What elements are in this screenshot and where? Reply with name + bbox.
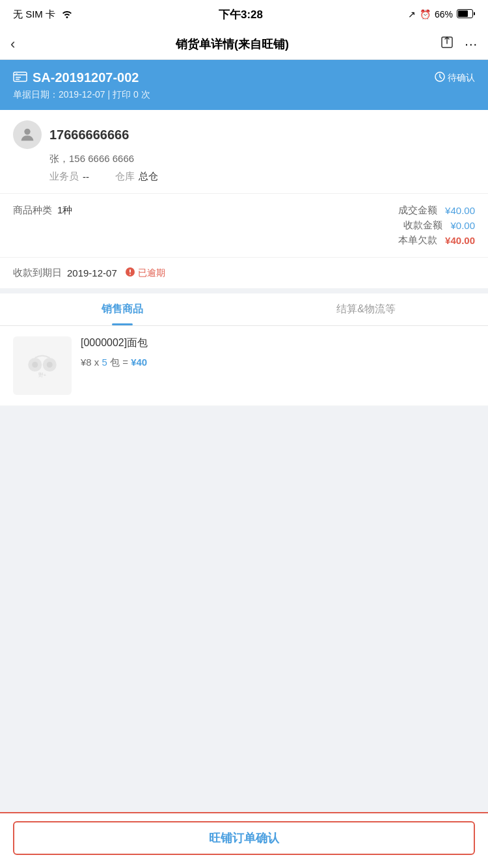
tabs: 销售商品 结算&物流等 (0, 293, 488, 326)
salesperson-label: 业务员 (49, 170, 79, 183)
clock-icon (435, 72, 445, 84)
warning-icon (125, 267, 135, 279)
svg-point-15 (47, 362, 53, 368)
svg-rect-11 (129, 274, 131, 275)
amount-section: 商品种类 1种 成交金额 ¥40.00 收款金额 ¥0.00 本单欠款 ¥40.… (0, 194, 488, 258)
due-date-section: 收款到期日 2019-12-07 已逾期 (0, 258, 488, 293)
confirm-button[interactable]: 旺铺订单确认 (13, 821, 475, 855)
page-title: 销货单详情(来自旺铺) (39, 36, 426, 52)
debt-amount-row: 本单欠款 ¥40.00 (398, 234, 475, 247)
nav-bar: ‹ 销货单详情(来自旺铺) ··· (0, 29, 488, 60)
svg-rect-10 (129, 269, 131, 273)
quantity: 5 (102, 357, 107, 368)
alarm-icon: ⏰ (420, 9, 431, 20)
unit: 包 (110, 357, 120, 368)
order-id-row: SA-20191207-002 待确认 (13, 70, 475, 85)
status-right: ↗ ⏰ 66% (408, 9, 475, 20)
svg-rect-5 (16, 77, 21, 78)
received-amount-row: 收款金额 ¥0.00 (403, 219, 475, 232)
amounts: 成交金额 ¥40.00 收款金额 ¥0.00 本单欠款 ¥40.00 (398, 204, 475, 247)
product-name: [0000002]面包 (81, 336, 475, 350)
svg-rect-1 (458, 10, 468, 17)
debt-amount-value: ¥40.00 (445, 235, 475, 246)
tab-settlement[interactable]: 结算&物流等 (244, 293, 488, 325)
customer-phone: 17666666666 (49, 128, 129, 142)
due-date-label: 收款到期日 (13, 267, 62, 279)
product-price: ¥8 x 5 包 = ¥40 (81, 357, 475, 369)
customer-section: 17666666666 张，156 6666 6666 业务员 -- 仓库 总仓 (0, 110, 488, 194)
order-id: SA-20191207-002 (13, 70, 139, 85)
svg-point-8 (24, 129, 30, 135)
price-separator: x (94, 357, 102, 368)
due-date-value: 2019-12-07 (67, 267, 117, 278)
product-types-label: 商品种类 (13, 204, 52, 217)
customer-name: 张，156 6666 6666 (49, 153, 475, 165)
order-date: 单据日期：2019-12-07 | 打印 0 次 (13, 89, 475, 101)
content-spacer (0, 406, 488, 510)
back-button[interactable]: ‹ (10, 36, 39, 53)
overdue-text: 已逾期 (138, 267, 165, 279)
product-info: [0000002]面包 ¥8 x 5 包 = ¥40 (81, 336, 475, 395)
order-header-card: SA-20191207-002 待确认 单据日期：2019-12-07 | 打印… (0, 60, 488, 110)
status-left: 无 SIM 卡 (13, 8, 74, 21)
customer-row: 17666666666 (13, 120, 475, 149)
product-item: 野+ [0000002]面包 ¥8 x 5 包 = ¥40 (0, 326, 488, 406)
warehouse-label: 仓库 (115, 170, 135, 183)
debt-amount-label: 本单欠款 (398, 234, 437, 247)
svg-rect-4 (16, 74, 18, 74)
product-thumbnail: 野+ (13, 336, 72, 395)
wifi-icon (61, 9, 74, 20)
warehouse-value: 总仓 (139, 170, 158, 183)
deal-amount-value: ¥40.00 (445, 205, 475, 216)
warehouse-field: 仓库 总仓 (115, 170, 158, 183)
equals: = (122, 357, 131, 368)
overdue-badge: 已逾期 (125, 267, 165, 279)
bottom-bar: 旺铺订单确认 (0, 812, 488, 868)
svg-point-14 (32, 362, 38, 368)
svg-rect-6 (16, 79, 20, 80)
svg-text:野+: 野+ (38, 372, 47, 378)
product-list: 野+ [0000002]面包 ¥8 x 5 包 = ¥40 (0, 326, 488, 406)
location-icon: ↗ (408, 9, 416, 20)
nav-actions: ··· (426, 35, 478, 53)
product-types: 商品种类 1种 (13, 204, 72, 217)
status-bar: 无 SIM 卡 下午3:28 ↗ ⏰ 66% (0, 0, 488, 29)
invoice-icon (13, 70, 27, 85)
tab-products[interactable]: 销售商品 (0, 293, 244, 325)
share-icon[interactable] (440, 35, 454, 53)
salesperson-field: 业务员 -- (49, 170, 89, 183)
more-icon[interactable]: ··· (465, 36, 478, 51)
order-status: 待确认 (435, 72, 475, 84)
battery-icon (457, 9, 475, 20)
status-time: 下午3:28 (219, 7, 263, 22)
carrier-label: 无 SIM 卡 (13, 8, 55, 21)
unit-price: ¥8 (81, 357, 92, 368)
received-amount-label: 收款金额 (403, 219, 442, 232)
battery-label: 66% (435, 9, 453, 20)
product-types-value: 1种 (57, 204, 72, 217)
deal-amount-label: 成交金额 (398, 204, 437, 217)
avatar (13, 120, 42, 149)
salesperson-value: -- (83, 171, 89, 182)
deal-amount-row: 成交金额 ¥40.00 (398, 204, 475, 217)
received-amount-value: ¥0.00 (450, 220, 475, 231)
customer-meta: 业务员 -- 仓库 总仓 (49, 170, 475, 183)
total-price: ¥40 (131, 357, 147, 368)
